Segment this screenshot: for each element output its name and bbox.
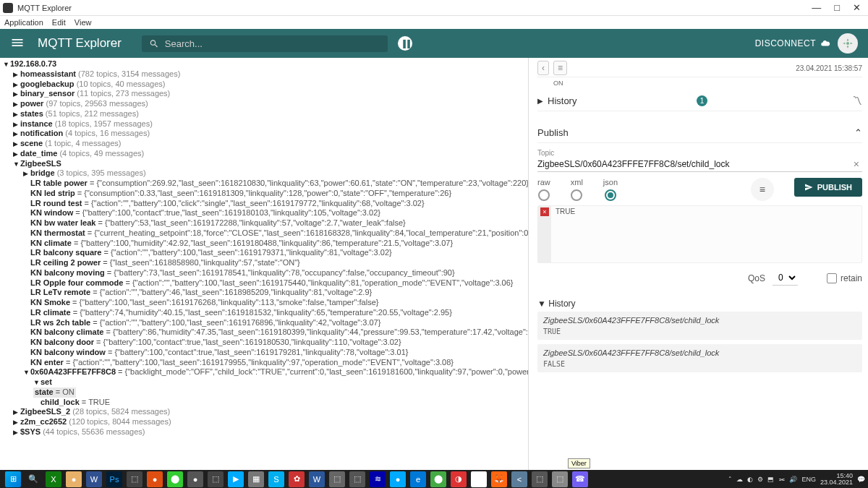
tray-volume-icon[interactable]: 🔊 — [789, 476, 797, 483]
minimize-button[interactable]: — — [812, 2, 821, 13]
menu-edit[interactable]: Edit — [52, 18, 66, 27]
tree-node[interactable]: LR Opple four commode = {"action":"","ba… — [3, 278, 525, 288]
start-button[interactable]: ⊞ — [5, 471, 21, 487]
taskbar-app[interactable]: < — [511, 471, 527, 487]
chart-icon[interactable]: 〽 — [852, 95, 862, 106]
tray-icon[interactable]: ☁ — [736, 476, 743, 483]
history-section-head[interactable]: ▶ History 1 〽 — [537, 90, 862, 111]
tree-node[interactable]: KN thermostat = {"current_heating_setpoi… — [3, 228, 525, 239]
tray-chevron-icon[interactable]: ˄ — [728, 476, 732, 483]
tree-node[interactable]: ▶googlebackup (10 topics, 40 messages) — [3, 80, 525, 90]
taskbar-viber[interactable]: ☎ Viber — [572, 471, 588, 487]
tree-node[interactable]: KN window = {"battery":100,"contact":tru… — [3, 208, 525, 218]
tree-root[interactable]: ▼192.168.0.73 — [3, 59, 525, 69]
taskbar-app[interactable]: ≋ — [370, 471, 386, 487]
system-tray[interactable]: ˄ ☁ ◐ ⚙ ⬒ ⫘ 🔊 ENG 15:40 23.04.2021 💬 — [728, 473, 865, 486]
close-button[interactable]: ✕ — [853, 2, 861, 13]
taskbar-app[interactable]: 🦊 — [491, 471, 507, 487]
tree-node[interactable]: KN climate = {"battery":100,"humidity":4… — [3, 239, 525, 249]
avatar[interactable] — [838, 33, 858, 53]
taskbar-app[interactable]: e — [410, 471, 426, 487]
format-xml[interactable]: xml — [571, 178, 583, 201]
taskbar-app[interactable]: X — [46, 471, 61, 487]
taskbar-app[interactable]: ⬤ — [430, 471, 446, 487]
tray-notifications-icon[interactable]: 💬 — [857, 476, 865, 483]
taskbar-app[interactable]: S — [268, 471, 284, 487]
taskbar-app[interactable]: ⬤ — [167, 471, 183, 487]
hamburger-icon[interactable] — [10, 35, 25, 51]
publish-history-head[interactable]: ▼ History — [537, 296, 862, 312]
list-toggle-button[interactable]: ≡ — [553, 61, 567, 75]
taskbar-app[interactable]: ✿ — [289, 471, 305, 487]
tree-node[interactable]: KN enter = {"action":"","battery":100,"l… — [3, 358, 525, 368]
tree-node[interactable]: ▼set — [3, 377, 525, 388]
tree-node[interactable]: KN balcony door = {"battery":100,"contac… — [3, 338, 525, 348]
tree-node[interactable]: ▼ZigbeeSLS — [3, 159, 525, 169]
taskbar-search[interactable]: 🔍 — [25, 471, 41, 487]
pause-button[interactable]: ▐▐ — [398, 36, 412, 51]
menu-view[interactable]: View — [75, 18, 92, 27]
tree-node[interactable]: LR table power = {"consumption":269.92,"… — [3, 179, 525, 189]
tree-node[interactable]: LR climate = {"battery":74,"humidity":40… — [3, 308, 525, 318]
taskbar-app[interactable]: ⬚ — [329, 471, 345, 487]
taskbar-app[interactable]: ◉ — [471, 471, 487, 487]
taskbar-app[interactable]: ● — [147, 471, 163, 487]
format-json[interactable]: json — [603, 178, 618, 201]
topic-tree[interactable]: ▼192.168.0.73▶homeassistant (782 topics,… — [0, 58, 528, 470]
taskbar-app[interactable]: ⬚ — [349, 471, 365, 487]
format-align-button[interactable]: ≡ — [751, 178, 774, 201]
taskbar-app[interactable]: ⬚ — [208, 471, 224, 487]
tray-clock[interactable]: 15:40 23.04.2021 — [820, 473, 853, 486]
tree-node[interactable]: ▶states (51 topics, 212 messages) — [3, 109, 525, 119]
tree-node[interactable]: ▶bridge (3 topics, 395 messages) — [3, 168, 525, 179]
taskbar-app[interactable]: ▦ — [248, 471, 264, 487]
tree-node[interactable]: ▼0x60A423FFFE7FF8C8 = {"backlight_mode":… — [3, 367, 525, 377]
history-item[interactable]: ZigbeeSLS/0x60A423FFFE7FF8C8/set/child_l… — [537, 312, 862, 340]
tree-node[interactable]: ▶$SYS (44 topics, 55636 messages) — [3, 427, 525, 437]
tree-node[interactable]: KN balcony window = {"battery":100,"cont… — [3, 348, 525, 358]
taskbar-app[interactable]: ▶ — [228, 471, 244, 487]
format-raw[interactable]: raw — [537, 178, 550, 201]
tree-node-selected[interactable]: state = ON — [33, 388, 76, 398]
tray-icon[interactable]: ◐ — [747, 476, 753, 483]
tree-node[interactable]: LR ws 2ch table = {"action":"","battery"… — [3, 318, 525, 328]
tray-icon[interactable]: ⚙ — [757, 476, 763, 483]
taskbar-app[interactable]: ◑ — [451, 471, 467, 487]
taskbar-app[interactable]: ● — [390, 471, 406, 487]
tree-node[interactable]: ▶binary_sensor (11 topics, 273 messages) — [3, 89, 525, 99]
taskbar-app[interactable]: Ps — [106, 471, 122, 487]
taskbar-app[interactable]: ⬚ — [552, 471, 568, 487]
qos-select[interactable]: 0 — [773, 270, 798, 286]
tray-icon[interactable]: ⬒ — [767, 476, 774, 483]
tree-node[interactable]: child_lock = TRUE — [3, 398, 525, 408]
taskbar-app[interactable]: W — [86, 471, 102, 487]
search-input[interactable] — [165, 38, 380, 49]
tree-node[interactable]: LR ceiling 2 power = {"last_seen":161885… — [3, 258, 525, 268]
tree-node[interactable]: ▶notification (4 topics, 16 messages) — [3, 129, 525, 139]
menu-application[interactable]: Application — [4, 18, 43, 27]
taskbar-app[interactable]: ⬚ — [532, 471, 548, 487]
nav-back-button[interactable]: ‹ — [537, 61, 549, 75]
disconnect-button[interactable]: DISCONNECT — [755, 38, 830, 48]
history-item[interactable]: ZigbeeSLS/0x60A423FFFE7FF8C8/set/child_l… — [537, 344, 862, 372]
tree-node[interactable]: ▶ZigbeeSLS_2 (28 topics, 5824 messages) — [3, 407, 525, 417]
retain-checkbox[interactable]: retain — [827, 273, 862, 283]
taskbar-app[interactable]: ⬚ — [127, 471, 142, 487]
tree-node[interactable]: LR LeTv remote = {"action":"","battery":… — [3, 288, 525, 298]
tree-node[interactable]: ▶date_time (4 topics, 49 messages) — [3, 149, 525, 159]
clear-topic-button[interactable]: × — [851, 158, 862, 170]
tree-node[interactable]: KN led strip = {"consumption":0.33,"last… — [3, 189, 525, 199]
taskbar-app[interactable]: W — [309, 471, 325, 487]
publish-section-head[interactable]: Publish ⌃ — [537, 123, 862, 143]
tray-network-icon[interactable]: ⫘ — [778, 476, 785, 483]
taskbar-app[interactable]: ● — [187, 471, 203, 487]
tree-node[interactable]: KN balcony climate = {"battery":86,"humi… — [3, 328, 525, 338]
tree-node[interactable]: LR round test = {"action":"","battery":1… — [3, 199, 525, 209]
payload-editor[interactable]: × TRUE — [537, 205, 862, 263]
tree-node[interactable]: ▶z2m_cc2652 (120 topics, 8044 messages) — [3, 417, 525, 427]
tree-node[interactable]: ▶power (97 topics, 29563 messages) — [3, 99, 525, 109]
tree-node[interactable]: KN bw water leak = {"battery":53,"last_s… — [3, 218, 525, 228]
publish-button[interactable]: PUBLISH — [794, 178, 862, 197]
tree-node[interactable]: ▶scene (1 topic, 4 messages) — [3, 139, 525, 149]
taskbar-app[interactable]: ● — [66, 471, 82, 487]
